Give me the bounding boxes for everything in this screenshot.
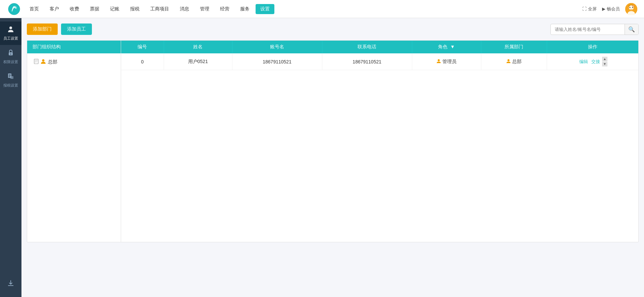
col-header-account: 账号名: [232, 41, 322, 53]
lock-icon: [7, 49, 14, 58]
dept-user-icon-row: [506, 59, 511, 64]
search-input[interactable]: [551, 25, 625, 34]
svg-point-20: [507, 59, 509, 61]
svg-point-7: [633, 5, 634, 6]
vip-label: 畅会员: [607, 6, 620, 12]
col-header-id: 编号: [121, 41, 164, 53]
logo: [3, 3, 25, 15]
scroll-buttons: ▲ ▼: [602, 57, 607, 66]
nav-item-ops[interactable]: 经营: [215, 4, 234, 14]
cell-role: 管理员: [412, 53, 481, 70]
search-bar: 🔍: [550, 24, 639, 35]
sidebar-item-employees-label: 员工设置: [3, 36, 18, 41]
add-emp-button[interactable]: 添加员工: [61, 23, 92, 35]
dept-user-icon: [41, 59, 46, 65]
svg-rect-13: [9, 75, 11, 75]
cell-phone: 18679110521: [322, 53, 412, 70]
dept-item-root[interactable]: 总部: [33, 57, 115, 67]
edit-link[interactable]: 编辑: [579, 59, 588, 65]
svg-rect-16: [10, 76, 13, 79]
dept-tree-header: 部门组织结构: [27, 41, 121, 53]
svg-text:!: !: [632, 6, 633, 7]
sidebar-item-tax-settings[interactable]: 报税设置: [0, 68, 21, 92]
nav-right: ⛶ 全屏 ▶ 畅会员 !: [582, 3, 637, 15]
emp-table: 编号 姓名 账号名 联系电话 角色 ▼ 所属部门 操作: [121, 41, 638, 242]
layout: 员工设置 权限设置 报税设置: [0, 18, 644, 297]
dept-root-name: 总部: [48, 59, 57, 65]
sidebar-item-employees[interactable]: 员工设置: [0, 21, 21, 45]
transfer-link[interactable]: 交接: [591, 59, 600, 65]
col-header-name: 姓名: [164, 41, 232, 53]
avatar[interactable]: !: [625, 3, 637, 15]
fullscreen-btn[interactable]: ⛶ 全屏: [582, 6, 597, 12]
vip-icon: ▶: [602, 6, 605, 11]
search-button[interactable]: 🔍: [625, 24, 638, 35]
cell-id: 0: [121, 53, 164, 70]
table-row: 0 用户0521 18679110521 18679110521: [121, 53, 638, 70]
top-nav: 首页 客户 收费 票据 记账 报税 工商项目 消息 管理 经营 服务 设置 ⛶ …: [0, 0, 644, 18]
nav-item-service[interactable]: 服务: [235, 4, 254, 14]
cell-actions: 编辑 交接 ▲ ▼: [547, 53, 638, 70]
col-header-phone: 联系电话: [322, 41, 412, 53]
filter-icon[interactable]: ▼: [450, 44, 455, 49]
dept-tree-body: 总部: [27, 53, 121, 70]
sidebar-item-tax-settings-label: 报税设置: [3, 83, 18, 88]
employee-table: 编号 姓名 账号名 联系电话 角色 ▼ 所属部门 操作: [121, 41, 638, 70]
sidebar-bottom: [0, 276, 21, 297]
sidebar-item-permissions-label: 权限设置: [3, 59, 18, 64]
svg-rect-15: [9, 77, 10, 77]
search-icon: 🔍: [628, 27, 635, 32]
download-icon: [7, 280, 14, 288]
nav-item-business[interactable]: 工商项目: [146, 4, 174, 14]
role-user-icon: [436, 59, 441, 64]
svg-point-19: [438, 59, 440, 61]
svg-rect-17: [34, 59, 38, 64]
nav-item-settings[interactable]: 设置: [256, 4, 274, 14]
nav-item-manage[interactable]: 管理: [195, 4, 214, 14]
cell-account: 18679110521: [232, 53, 322, 70]
sidebar-bottom-download[interactable]: [0, 276, 21, 292]
nav-item-bills[interactable]: 票据: [85, 4, 104, 14]
content-area: 部门组织结构: [27, 40, 639, 242]
nav-item-tax[interactable]: 报税: [125, 4, 144, 14]
toolbar: 添加部门 添加员工 🔍: [27, 23, 639, 35]
svg-point-18: [42, 59, 45, 62]
cell-dept: 总部: [481, 53, 547, 70]
main-content: 添加部门 添加员工 🔍 部门组织结构: [21, 18, 644, 297]
scroll-down-btn[interactable]: ▼: [602, 62, 607, 66]
col-header-actions: 操作: [547, 41, 638, 53]
svg-rect-14: [9, 76, 11, 76]
nav-item-client[interactable]: 客户: [45, 4, 64, 14]
nav-item-home[interactable]: 首页: [25, 4, 44, 14]
cell-name: 用户0521: [164, 53, 232, 70]
svg-point-9: [9, 27, 12, 29]
col-header-dept: 所属部门: [481, 41, 547, 53]
svg-point-0: [8, 3, 20, 14]
nav-item-bookkeeping[interactable]: 记账: [105, 4, 124, 14]
fullscreen-label: 全屏: [588, 6, 597, 12]
scroll-up-btn[interactable]: ▲: [602, 57, 607, 61]
tax-settings-icon: [7, 72, 14, 82]
table-header-row: 编号 姓名 账号名 联系电话 角色 ▼ 所属部门 操作: [121, 41, 638, 53]
svg-point-11: [10, 54, 11, 55]
sidebar-item-permissions[interactable]: 权限设置: [0, 45, 21, 68]
vip-btn[interactable]: ▶ 畅会员: [602, 6, 620, 12]
dept-tree: 部门组织结构: [27, 41, 121, 242]
employee-icon: [7, 26, 14, 35]
fullscreen-icon: ⛶: [582, 6, 587, 11]
table-body: 0 用户0521 18679110521 18679110521: [121, 53, 638, 70]
sidebar: 员工设置 权限设置 报税设置: [0, 18, 21, 297]
col-header-role: 角色 ▼: [412, 41, 481, 53]
nav-items: 首页 客户 收费 票据 记账 报税 工商项目 消息 管理 经营 服务 设置: [25, 4, 582, 14]
dept-file-icon: [34, 59, 39, 65]
nav-item-fee[interactable]: 收费: [65, 4, 84, 14]
add-dept-button[interactable]: 添加部门: [27, 23, 58, 35]
svg-point-4: [630, 7, 631, 8]
nav-item-message[interactable]: 消息: [175, 4, 194, 14]
